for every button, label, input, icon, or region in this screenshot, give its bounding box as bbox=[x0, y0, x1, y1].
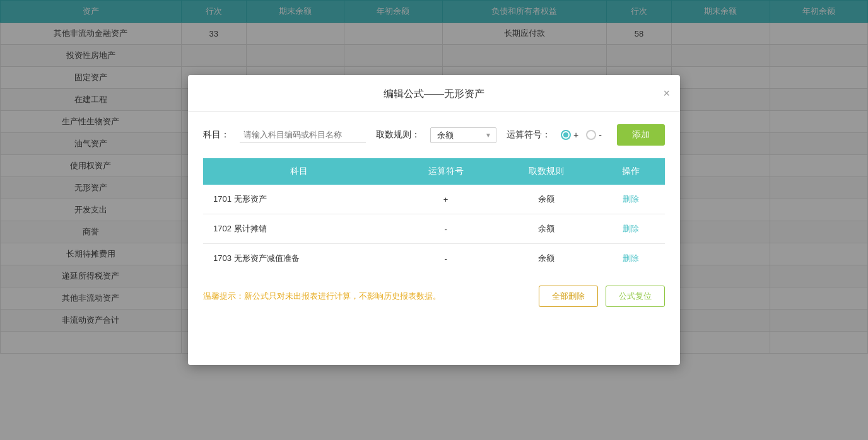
reset-formula-button[interactable]: 公式复位 bbox=[606, 286, 665, 307]
col-subject: 科目 bbox=[203, 158, 396, 185]
row1-action: 删除 bbox=[596, 185, 665, 214]
modal-header: 编辑公式——无形资产 × bbox=[188, 75, 680, 112]
delete-row2-link[interactable]: 删除 bbox=[623, 224, 639, 233]
subject-input[interactable] bbox=[240, 127, 366, 142]
col-action: 操作 bbox=[596, 158, 665, 185]
modal-overlay: 编辑公式——无形资产 × 科目： 取数规则： 余额 借方发生额 贷方发生额 借方… bbox=[0, 0, 868, 440]
row3-subject: 1703 无形资产减值准备 bbox=[203, 244, 396, 274]
row2-operator: - bbox=[396, 214, 496, 244]
add-button[interactable]: 添加 bbox=[617, 124, 665, 146]
row3-operator: - bbox=[396, 244, 496, 274]
modal-dialog: 编辑公式——无形资产 × 科目： 取数规则： 余额 借方发生额 贷方发生额 借方… bbox=[188, 75, 680, 365]
table-header-row: 科目 运算符号 取数规则 操作 bbox=[203, 158, 665, 185]
modal-close-button[interactable]: × bbox=[663, 88, 670, 99]
modal-title: 编辑公式——无形资产 bbox=[384, 88, 484, 99]
radio-circle-plus bbox=[561, 130, 571, 140]
operator-minus-label: - bbox=[599, 130, 602, 140]
operator-label: 运算符号： bbox=[507, 129, 551, 141]
table-row: 1701 无形资产 + 余额 删除 bbox=[203, 185, 665, 214]
row1-operator: + bbox=[396, 185, 496, 214]
delete-row1-link[interactable]: 删除 bbox=[623, 194, 639, 204]
col-rule: 取数规则 bbox=[496, 158, 596, 185]
rule-label: 取数规则： bbox=[376, 129, 420, 141]
delete-row3-link[interactable]: 删除 bbox=[623, 253, 639, 263]
data-table-wrapper: 科目 运算符号 取数规则 操作 1701 无形资产 + 余额 删除 bbox=[203, 158, 665, 273]
delete-all-button[interactable]: 全部删除 bbox=[539, 286, 598, 307]
modal-footer: 温馨提示：新公式只对未出报表进行计算，不影响历史报表数据。 全部删除 公式复位 bbox=[188, 273, 680, 312]
radio-circle-minus bbox=[586, 130, 596, 140]
table-row: 1703 无形资产减值准备 - 余额 删除 bbox=[203, 244, 665, 274]
row3-rule: 余额 bbox=[496, 244, 596, 274]
operator-plus-radio[interactable]: + bbox=[561, 130, 578, 140]
footer-buttons: 全部删除 公式复位 bbox=[539, 286, 665, 307]
table-row: 1702 累计摊销 - 余额 删除 bbox=[203, 214, 665, 244]
row1-subject: 1701 无形资产 bbox=[203, 185, 396, 214]
form-row: 科目： 取数规则： 余额 借方发生额 贷方发生额 借方累计 贷方累计 ▼ 运算符… bbox=[188, 112, 680, 158]
page-wrapper: 资产 行次 期末余额 年初余额 负债和所有者权益 行次 期末余额 年初余额 其他… bbox=[0, 0, 868, 440]
formula-table: 科目 运算符号 取数规则 操作 1701 无形资产 + 余额 删除 bbox=[203, 158, 665, 273]
row2-action: 删除 bbox=[596, 214, 665, 244]
operator-plus-label: + bbox=[573, 130, 578, 140]
row2-subject: 1702 累计摊销 bbox=[203, 214, 396, 244]
row1-rule: 余额 bbox=[496, 185, 596, 214]
subject-label: 科目： bbox=[203, 129, 230, 141]
tip-text: 温馨提示：新公式只对未出报表进行计算，不影响历史报表数据。 bbox=[203, 291, 441, 302]
rule-select[interactable]: 余额 借方发生额 贷方发生额 借方累计 贷方累计 bbox=[430, 127, 496, 143]
col-operator: 运算符号 bbox=[396, 158, 496, 185]
rule-select-wrapper: 余额 借方发生额 贷方发生额 借方累计 贷方累计 ▼ bbox=[430, 127, 496, 143]
row3-action: 删除 bbox=[596, 244, 665, 274]
operator-minus-radio[interactable]: - bbox=[586, 130, 602, 140]
row2-rule: 余额 bbox=[496, 214, 596, 244]
operator-radio-group: + - bbox=[561, 130, 602, 140]
